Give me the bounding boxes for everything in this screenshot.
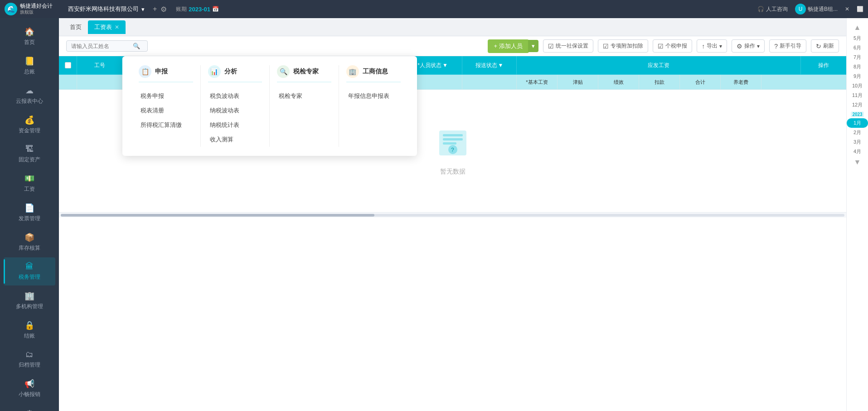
sidebar-label-multi-org: 多机构管理: [16, 303, 43, 310]
sidebar-label-home: 首页: [24, 39, 35, 46]
sidebar-item-general-ledger[interactable]: 📒 总账: [4, 52, 55, 80]
select-all-checkbox[interactable]: [65, 62, 71, 68]
timeline-month-9[interactable]: 9月: [847, 72, 868, 81]
add-company-button[interactable]: +: [153, 5, 157, 13]
dropdown-header-tax-expert: 🔍 税检专家: [277, 65, 331, 82]
scrollbar-thumb[interactable]: [61, 214, 374, 217]
operations-button[interactable]: ⚙ 操作 ▾: [732, 39, 765, 53]
dropdown-header-business-info: 🏢 工商信息: [346, 65, 401, 82]
add-person-button[interactable]: + 添加人员: [488, 39, 529, 53]
sidebar-item-fund-mgmt[interactable]: 💰 资金管理: [4, 111, 55, 139]
dropdown-item-tax-payment[interactable]: 纳税波动表: [208, 103, 262, 118]
sidebar-label-ledger: 总账: [24, 68, 35, 76]
timeline-month-5[interactable]: 5月: [847, 34, 868, 43]
th-deduction: 扣款: [639, 75, 680, 89]
tab-close-icon[interactable]: ✕: [115, 24, 119, 30]
bottom-scrollbar[interactable]: [59, 212, 846, 218]
timeline-month-6[interactable]: 6月: [847, 43, 868, 53]
assets-icon: 🏗: [25, 145, 34, 154]
logo-name: 畅捷通好会计: [20, 3, 53, 9]
timeline-month-4[interactable]: 4月: [847, 147, 868, 156]
period-calendar-icon[interactable]: 📅: [212, 6, 219, 12]
sidebar-item-invoice[interactable]: 📄 发票管理: [4, 198, 55, 227]
support-button[interactable]: 🎧 人工咨询: [757, 5, 788, 13]
dropdown-col-tax-expert: 🔍 税检专家 税检专家: [270, 65, 339, 147]
empty-icon: ?: [430, 126, 475, 162]
new-guide-button[interactable]: ? 新手引导: [769, 39, 806, 53]
basic-settings-icon: ⚙: [26, 408, 33, 411]
export-icon: ↑: [702, 43, 705, 50]
special-deduction-button[interactable]: ☑ 专项附加扣除: [598, 39, 648, 53]
scrollbar-track[interactable]: [61, 214, 844, 217]
timeline-next-button[interactable]: ▼: [852, 156, 863, 168]
company-settings-button[interactable]: ⚙: [160, 5, 167, 14]
operations-dropdown-icon: ▾: [757, 43, 760, 49]
th-allowance: 津贴: [558, 75, 598, 89]
sidebar-item-close-period[interactable]: 🔒 结账: [4, 316, 55, 344]
sidebar-label-cloud: 云报表中心: [16, 97, 43, 105]
period-value: 2023-01: [189, 6, 210, 13]
timeline-year-2023: 2023: [851, 111, 863, 117]
logo-icon: 🌊: [5, 3, 17, 15]
dropdown-item-annual-report[interactable]: 年报信息申报表: [346, 89, 401, 103]
company-selector[interactable]: 西安虾米网络科技有限公司 ▾: [63, 3, 149, 15]
personal-tax-button[interactable]: ☑ 个税申报: [653, 39, 692, 53]
sidebar-item-xiao-chang[interactable]: 📢 小畅报销: [4, 374, 55, 403]
refresh-icon: ↻: [816, 43, 821, 50]
timeline-month-2[interactable]: 2月: [847, 128, 868, 137]
tab-salary[interactable]: 工资表 ✕: [88, 20, 126, 34]
empty-text: 暂无数据: [440, 168, 466, 176]
add-person-dropdown-button[interactable]: ▾: [528, 40, 538, 52]
dropdown-item-tax-burden[interactable]: 税负波动表: [208, 89, 262, 103]
close-period-icon: 🔒: [24, 320, 34, 330]
timeline-month-1-current[interactable]: 1月: [847, 118, 868, 128]
sidebar-item-tax-mgmt[interactable]: 🏛 税务管理: [4, 257, 55, 285]
tab-home[interactable]: 首页: [63, 20, 88, 34]
export-dropdown-icon: ▾: [719, 43, 722, 49]
timeline-month-11[interactable]: 11月: [847, 91, 868, 100]
timeline-month-10[interactable]: 10月: [847, 81, 868, 91]
sidebar-label-xiao-chang: 小畅报销: [19, 391, 40, 398]
sidebar-item-basic-settings[interactable]: ⚙ 基础设置: [4, 404, 55, 411]
dropdown-item-income-forecast[interactable]: 收入测算: [208, 132, 262, 147]
sidebar-label-fund: 资金管理: [19, 127, 40, 135]
social-insurance-icon: ☑: [548, 43, 554, 50]
timeline-month-8[interactable]: 8月: [847, 62, 868, 72]
sidebar-item-home[interactable]: 🏠 首页: [4, 22, 55, 51]
dropdown-item-income-tax-settlement[interactable]: 所得税汇算清缴: [139, 118, 193, 132]
dropdown-header-analysis: 📊 分析: [208, 65, 262, 82]
support-icon: 🎧: [757, 6, 764, 12]
header-actions: 🎧 人工咨询 U 畅捷通B组... ✕ ⬜: [757, 4, 863, 15]
sidebar-item-multi-org[interactable]: 🏢 多机构管理: [4, 286, 55, 315]
th-report-status[interactable]: 报送状态 ▼: [462, 56, 517, 74]
sidebar-item-inventory[interactable]: 📦 库存核算: [4, 228, 55, 256]
company-dropdown-icon: ▾: [141, 6, 145, 13]
social-insurance-button[interactable]: ☑ 统一社保设置: [543, 39, 593, 53]
logo-area: 🌊 畅捷通好会计 旗舰版: [5, 3, 63, 15]
user-button[interactable]: U 畅捷通B组...: [795, 4, 838, 15]
dropdown-item-tax-declaration[interactable]: 税务申报: [139, 89, 193, 103]
sidebar-item-salary[interactable]: 💵 工资: [4, 169, 55, 198]
timeline-month-12[interactable]: 12月: [847, 100, 868, 110]
th-emp-id: 工号: [77, 56, 122, 74]
sidebar-item-fixed-assets[interactable]: 🏗 固定资产: [4, 140, 55, 168]
dropdown-item-tax-form-list[interactable]: 税表清册: [139, 103, 193, 118]
maximize-icon: ⬜: [857, 6, 863, 12]
timeline-month-7[interactable]: 7月: [847, 53, 868, 62]
th-checkbox[interactable]: [59, 56, 77, 74]
search-input[interactable]: [71, 43, 130, 49]
sidebar-item-archive[interactable]: 🗂 归档管理: [4, 345, 55, 373]
close-window-button[interactable]: ✕: [845, 6, 849, 12]
timeline-month-3[interactable]: 3月: [847, 137, 868, 147]
period-label: 账期: [176, 5, 187, 13]
sidebar-item-cloud-report[interactable]: ☁ 云报表中心: [4, 81, 55, 110]
dropdown-item-tax-expert[interactable]: 税检专家: [277, 89, 331, 103]
maximize-window-button[interactable]: ⬜: [857, 6, 863, 12]
search-icon: 🔍: [133, 43, 140, 49]
th-operations: 操作: [801, 56, 846, 74]
dropdown-item-tax-stats[interactable]: 纳税统计表: [208, 118, 262, 132]
timeline-prev-button[interactable]: ▲: [852, 22, 863, 34]
refresh-button[interactable]: ↻ 刷新: [811, 39, 839, 53]
dropdown-col-business-info: 🏢 工商信息 年报信息申报表: [339, 65, 408, 147]
export-button[interactable]: ↑ 导出 ▾: [697, 39, 727, 53]
